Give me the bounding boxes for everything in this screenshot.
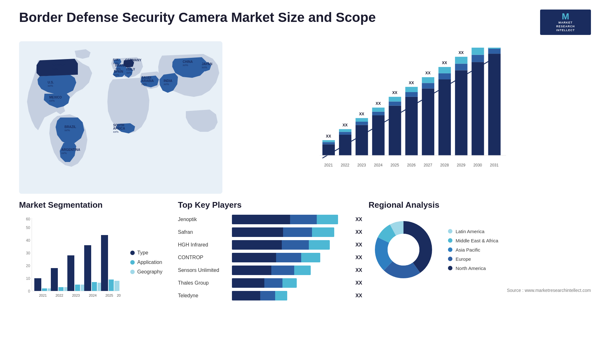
pct-italy: xx% — [126, 71, 132, 74]
svg-rect-86 — [114, 281, 119, 291]
svg-text:2021: 2021 — [324, 163, 333, 167]
donut-container: Latin America Middle East & Africa Asia … — [369, 215, 591, 285]
svg-text:50: 50 — [26, 226, 30, 230]
player-value-teledyne: XX — [356, 293, 362, 299]
player-name-sensors: Sensors Unlimited — [178, 267, 229, 273]
bottom-section: Market Segmentation 0 10 20 30 40 50 60 — [19, 200, 591, 324]
svg-text:XX: XX — [342, 123, 348, 127]
svg-rect-35 — [422, 83, 434, 88]
pct-india: xx% — [164, 83, 169, 86]
player-row-hgh: HGH Infrared XX — [178, 240, 362, 250]
svg-rect-45 — [455, 64, 467, 70]
svg-text:2025: 2025 — [390, 163, 399, 167]
label-uk: U.K. — [113, 58, 119, 62]
player-row-teledyne: Teledyne XX — [178, 291, 362, 300]
map-section: CANADA xx% U.S. xx% MEXICO xx% BRAZIL xx… — [19, 41, 222, 194]
label-india: INDIA — [164, 79, 172, 83]
svg-text:20: 20 — [26, 264, 30, 268]
legend-type-label: Type — [137, 250, 148, 256]
svg-rect-26 — [389, 97, 401, 102]
page-container: Border Defense Security Camera Market Si… — [0, 0, 610, 364]
pct-argentina: xx% — [61, 152, 67, 155]
player-bar-controp — [232, 253, 350, 262]
svg-text:XX: XX — [326, 134, 331, 138]
svg-rect-76 — [67, 255, 74, 291]
svg-rect-30 — [405, 92, 418, 97]
svg-rect-25 — [389, 102, 401, 106]
svg-rect-5 — [322, 142, 335, 144]
apac-label: Asia Pacific — [456, 247, 480, 253]
mea-dot — [448, 238, 452, 243]
players-section: Top Key Players Jenoptik XX Safran — [178, 200, 362, 324]
svg-rect-39 — [438, 79, 451, 155]
player-bar-thales — [232, 278, 350, 288]
legend-geography: Geography — [130, 269, 162, 275]
svg-rect-85 — [109, 280, 114, 291]
svg-rect-50 — [471, 55, 484, 62]
player-name-safran: Safran — [178, 229, 229, 235]
pct-spain: xx% — [114, 73, 119, 77]
label-italy: ITALY — [126, 68, 135, 71]
application-dot — [130, 260, 135, 265]
svg-text:0: 0 — [28, 289, 30, 293]
svg-text:XX: XX — [409, 81, 414, 85]
svg-text:2023: 2023 — [72, 293, 80, 297]
svg-text:2031: 2031 — [490, 163, 498, 167]
player-value-controp: XX — [356, 255, 362, 260]
geography-dot — [130, 270, 135, 274]
svg-text:2025: 2025 — [105, 293, 113, 297]
pct-saudi: xx% — [141, 83, 147, 86]
svg-rect-69 — [42, 288, 47, 291]
page-title: Border Defense Security Camera Market Si… — [19, 10, 376, 25]
svg-text:2027: 2027 — [424, 163, 432, 167]
svg-text:10: 10 — [26, 276, 30, 281]
svg-rect-21 — [372, 108, 384, 112]
player-value-jenoptik: XX — [356, 217, 362, 222]
seg-chart-svg: 0 10 20 30 40 50 60 2021 2022 — [19, 215, 121, 304]
svg-rect-14 — [356, 125, 368, 155]
svg-text:2030: 2030 — [473, 163, 482, 167]
player-bar-hgh — [232, 240, 350, 250]
svg-text:40: 40 — [26, 238, 30, 243]
svg-text:2026: 2026 — [407, 163, 416, 167]
svg-rect-9 — [339, 135, 351, 155]
regional-title: Regional Analysis — [369, 200, 591, 210]
svg-text:2022: 2022 — [341, 163, 349, 167]
svg-rect-6 — [322, 140, 335, 142]
svg-text:XX: XX — [392, 91, 397, 95]
player-value-sensors: XX — [356, 267, 362, 273]
europe-dot — [448, 257, 452, 261]
logo-box: M MARKET RESEARCH INTELLECT — [540, 10, 591, 35]
svg-rect-77 — [75, 285, 80, 291]
label-southafrica2: AFRICA — [113, 127, 125, 130]
svg-rect-44 — [455, 70, 467, 155]
logo-text: MARKET RESEARCH INTELLECT — [556, 21, 575, 32]
svg-text:XX: XX — [458, 51, 464, 55]
label-canada: CANADA — [52, 63, 66, 67]
mea-label: Middle East & Africa — [456, 238, 498, 243]
pct-china: xx% — [183, 64, 188, 67]
europe-label: Europe — [456, 256, 471, 262]
label-mexico: MEXICO — [49, 96, 62, 99]
label-us: U.S. — [48, 81, 54, 84]
svg-rect-68 — [34, 278, 41, 291]
svg-rect-36 — [422, 77, 434, 83]
player-value-hgh: XX — [356, 242, 362, 248]
svg-rect-15 — [356, 122, 368, 125]
svg-text:XX: XX — [359, 112, 364, 116]
svg-text:XX: XX — [442, 61, 447, 65]
label-brazil: BRAZIL — [64, 125, 76, 129]
player-name-hgh: HGH Infrared — [178, 242, 229, 248]
segmentation-section: Market Segmentation 0 10 20 30 40 50 60 — [19, 200, 172, 324]
player-row-safran: Safran XX — [178, 227, 362, 237]
svg-rect-31 — [405, 87, 418, 92]
svg-text:2028: 2028 — [440, 163, 449, 167]
donut-chart-svg — [369, 215, 438, 285]
bar-chart-section: XX XX 2021 XX 2022 — [229, 41, 591, 194]
label-germany: GERMANY — [125, 58, 141, 62]
svg-text:2029: 2029 — [457, 163, 465, 167]
svg-rect-81 — [92, 282, 97, 291]
player-name-thales: Thales Group — [178, 280, 229, 286]
legend-latin-america: Latin America — [448, 229, 498, 234]
player-bar-teledyne — [232, 291, 350, 300]
